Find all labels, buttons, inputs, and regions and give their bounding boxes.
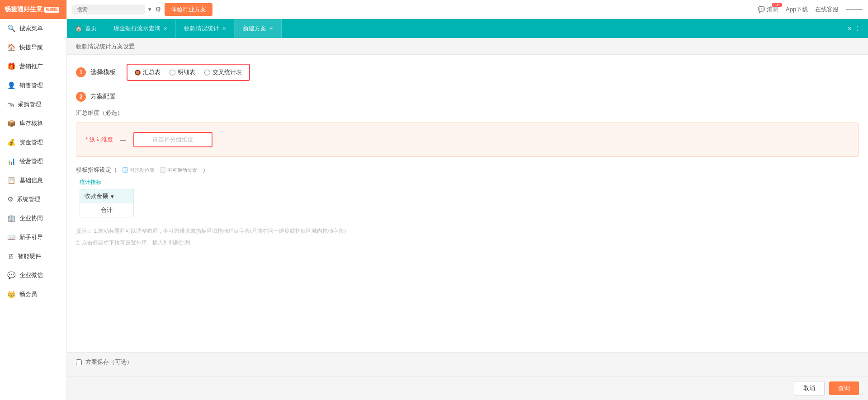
sidebar-item-quick-nav[interactable]: 🏠 快捷导航 [0,38,66,57]
topbar-left: ▾ ⚙ 体验行业方案 [72,3,212,16]
sidebar-logo: 畅捷通好生意 标准版 [0,0,66,19]
radio-detail[interactable]: 明细表 [170,68,195,76]
draggable-indicator-tag: 可拖动位置 [123,167,155,174]
sidebar-item-marketing[interactable]: 🎁 营销推广 [0,57,66,76]
sidebar: 畅捷通好生意 标准版 🔍 搜索菜单 🏠 快捷导航 🎁 营销推广 👤 销售管理 🛍… [0,0,67,400]
dimension-arrow: — [120,136,126,143]
expand-window-icon[interactable]: ⛶ [857,25,863,32]
sidebar-item-finance[interactable]: 💰 资金管理 [0,133,66,152]
tab-new-plan-close[interactable]: ✕ [269,26,273,32]
notification-badge[interactable]: 💬 消息 99+ [758,5,778,14]
tab-bank[interactable]: 现金银行流水查询 ✕ [105,19,176,38]
tab-stats[interactable]: 收款情况统计 ✕ [176,19,235,38]
sidebar-label-quick-nav: 快捷导航 [19,43,43,52]
sidebar-label-marketing: 营销推广 [19,62,43,71]
sidebar-label-sales: 销售管理 [19,81,43,89]
step2-title: 方案配置 [90,93,116,101]
indicators-text: 模板指标设定（ [76,166,117,174]
sidebar-item-business[interactable]: 📊 经营管理 [0,152,66,171]
radio-detail-input[interactable] [170,70,175,75]
step1-header: 1 选择模板 汇总表 明细表 [76,64,859,81]
sidebar-label-corp: 企业协同 [19,214,43,222]
tab-new-plan[interactable]: 新建方案 ✕ [235,19,282,38]
sidebar-item-member[interactable]: 👑 畅会员 [0,285,66,304]
industry-plan-button[interactable]: 体验行业方案 [165,3,212,16]
sidebar-item-wechat[interactable]: 💬 企业微信 [0,266,66,285]
cancel-button[interactable]: 取消 [794,381,825,395]
non-draggable-indicator-tag: 不可拖动位置 [160,167,197,174]
dropdown-arrow[interactable]: ▾ [148,6,151,13]
stats-group-label: 统计指标 [80,179,859,186]
sidebar-item-purchase[interactable]: 🛍 采购管理 [0,95,66,114]
tab-stats-label: 收款情况统计 [184,24,219,33]
stats-column-header[interactable]: 收款金额 ▾ [80,189,133,203]
sidebar-item-inventory[interactable]: 📦 库存核算 [0,114,66,133]
indicators-close-paren: ） [203,166,208,174]
tab-home-label: 首页 [85,24,97,33]
step1-number: 1 [76,67,86,77]
sidebar-label-guide: 新手引导 [19,233,43,241]
template-radio-group: 汇总表 明细表 交叉统计表 [127,64,250,81]
sidebar-label-purchase: 采购管理 [18,100,41,108]
stats-table-container: 统计指标 收款金额 ▾ 合计 [76,179,859,217]
sidebar-item-search[interactable]: 🔍 搜索菜单 [0,19,66,38]
main-area: ▾ ⚙ 体验行业方案 💬 消息 99+ App下载 在线客服 ──── 🏠 首页… [67,0,868,400]
dimension-section: 汇总维度（必选） * 纵向维度 — 请选择分组维度 模板指标设定（ [76,109,859,248]
chart-icon: 📊 [7,157,16,165]
sidebar-item-hardware[interactable]: 🖥 智能硬件 [0,247,66,266]
dimension-select-dropdown[interactable]: 请选择分组维度 [133,132,212,147]
search-input[interactable] [72,5,145,14]
sidebar-label-system: 系统管理 [17,195,40,203]
hint-line-1: 提示： 1.拖动标题栏可以调整布局，不可跨维度或指标区域拖动栏目字段(只能在同一… [76,226,859,236]
radio-summary-input[interactable] [135,70,141,75]
tab-stats-close[interactable]: ✕ [222,26,226,32]
sidebar-label-wechat: 企业微信 [19,271,43,279]
sidebar-item-basic[interactable]: 📋 基础信息 [0,171,66,190]
draggable-label: 可拖动位置 [130,167,155,174]
user-icon: 👤 [7,81,16,89]
page-content: 收款情况统计方案设置 1 选择模板 汇总表 明细表 [67,38,868,376]
vertical-dimension-row: * 纵向维度 — 请选择分组维度 [85,132,849,147]
sidebar-item-system[interactable]: ⚙ 系统管理 [0,190,66,209]
home-tab-icon: 🏠 [75,25,82,32]
non-draggable-label: 不可拖动位置 [167,167,197,174]
column-dropdown-icon[interactable]: ▾ [111,193,114,200]
crown-icon: 👑 [7,290,16,298]
online-service-link[interactable]: 在线客服 [815,5,839,14]
tab-bank-close[interactable]: ✕ [163,26,167,32]
save-plan-checkbox[interactable] [76,359,82,365]
radio-cross[interactable]: 交叉统计表 [204,68,242,76]
chat-icon: 💬 [7,271,16,279]
stats-total-cell: 合计 [80,203,133,217]
stats-table: 收款金额 ▾ 合计 [80,189,134,217]
dimension-section-label: 汇总维度（必选） [76,109,859,117]
book-icon: 📖 [7,233,16,241]
monitor-icon: 🖥 [7,253,14,260]
page-footer: 方案保存（可选） [67,352,868,372]
logo-text: 畅捷通好生意 [5,5,42,14]
sidebar-label-hardware: 智能硬件 [18,252,41,260]
home-icon: 🏠 [7,43,16,52]
step1-section: 1 选择模板 汇总表 明细表 [76,64,859,81]
gear-icon: ⚙ [7,195,13,203]
sidebar-item-sales[interactable]: 👤 销售管理 [0,76,66,95]
step2-number: 2 [76,92,86,102]
radio-detail-label: 明细表 [178,68,195,76]
sidebar-item-guide[interactable]: 📖 新手引导 [0,228,66,247]
close-window-icon[interactable]: ✕ [847,25,852,32]
user-info[interactable]: ──── [846,6,863,13]
app-download-link[interactable]: App下载 [786,5,808,14]
sidebar-item-corp[interactable]: 🏢 企业协同 [0,209,66,228]
settings-icon[interactable]: ⚙ [155,5,161,14]
query-button[interactable]: 查询 [829,381,859,395]
sidebar-label-business: 经营管理 [19,157,43,165]
radio-summary[interactable]: 汇总表 [135,68,160,76]
tabbar-right: ✕ ⛶ [847,25,868,32]
sidebar-label-finance: 资金管理 [19,138,43,146]
search-icon: 🔍 [7,24,16,33]
sidebar-label-member: 畅会员 [19,290,37,298]
bag-icon: 🛍 [7,101,14,108]
tab-home[interactable]: 🏠 首页 [67,19,105,38]
radio-cross-input[interactable] [204,70,210,75]
radio-summary-label: 汇总表 [143,68,160,76]
